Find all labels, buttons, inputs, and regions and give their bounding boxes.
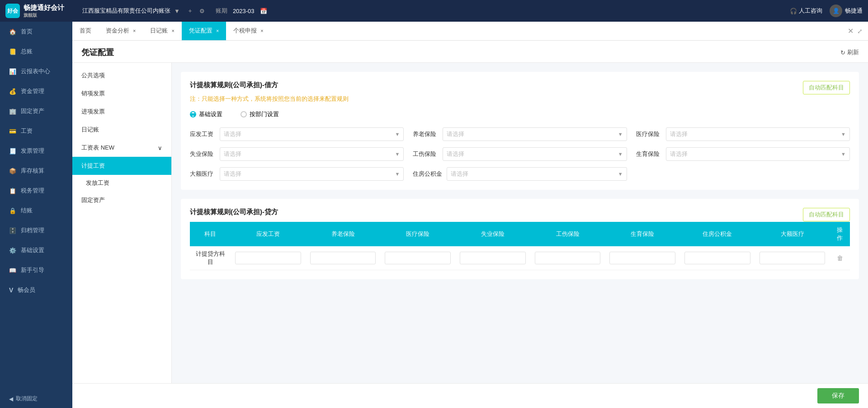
sidebar-item-ledger[interactable]: 📒 总账 <box>0 42 72 61</box>
select-salary-chevron: ▼ <box>395 131 400 137</box>
debit-auto-match-button[interactable]: 自动匹配科目 <box>803 81 850 94</box>
tab-tax-report[interactable]: 个税申报 × <box>226 22 270 40</box>
left-nav-journal[interactable]: 日记账 <box>72 121 171 139</box>
tab-maximize-icon[interactable]: ⤢ <box>857 28 863 35</box>
left-nav-purchase-label: 进项发票 <box>81 108 105 116</box>
sidebar-item-assets[interactable]: 🏢 固定资产 <box>0 101 72 121</box>
sidebar-item-home[interactable]: 🏠 首页 <box>0 22 72 42</box>
select-unemploy-placeholder: 请选择 <box>224 150 241 158</box>
header-company[interactable]: 江西服宝精品有限责任公司内账张 ▼ ＋ ⚙ 账期 2023-03 📅 <box>82 7 267 15</box>
select-housing[interactable]: 请选择 ▼ <box>447 167 627 181</box>
credit-section-title: 计提核算规则(公司承担)-贷方 <box>190 208 850 216</box>
refresh-button[interactable]: ↻ 刷新 <box>840 48 859 56</box>
label-housing: 住房公积金 <box>413 170 442 178</box>
td-housing-input[interactable] <box>680 246 755 270</box>
sidebar-item-archive[interactable]: 🗄️ 归档管理 <box>0 220 72 240</box>
save-button[interactable]: 保存 <box>817 388 859 403</box>
sidebar-item-settings[interactable]: ⚙️ 基础设置 <box>0 240 72 260</box>
avatar-icon: 👤 <box>830 5 842 17</box>
td-big-medical-input[interactable] <box>755 246 830 270</box>
form-row-work-injury: 工伤保险 请选择 ▼ <box>413 147 627 161</box>
td-medical-input[interactable] <box>380 246 455 270</box>
sidebar-item-invoice[interactable]: 🧾 发票管理 <box>0 141 72 161</box>
input-credit-medical[interactable] <box>385 252 451 264</box>
input-credit-maternity[interactable] <box>609 252 675 264</box>
th-salary: 应发工资 <box>231 222 306 246</box>
radio-basic[interactable]: 基础设置 <box>190 110 222 118</box>
select-big-medical[interactable]: 请选择 ▼ <box>220 167 404 181</box>
td-delete[interactable]: 🗑 <box>830 246 850 270</box>
sidebar-item-close[interactable]: 🔒 结账 <box>0 201 72 220</box>
dropdown-arrow[interactable]: ▼ <box>174 8 180 14</box>
input-credit-salary[interactable] <box>235 252 301 264</box>
calendar-icon[interactable]: 📅 <box>260 8 267 14</box>
period-label: 账期 <box>216 7 227 15</box>
add-icon[interactable]: ＋ <box>187 7 193 15</box>
td-salary-input[interactable] <box>231 246 306 270</box>
tab-voucher-config[interactable]: 凭证配置 × <box>182 22 226 40</box>
input-credit-housing[interactable] <box>684 252 750 264</box>
sidebar-item-salary[interactable]: 💳 工资 <box>0 121 72 141</box>
left-nav-fixed-assets[interactable]: 固定资产 <box>72 191 171 209</box>
headset-icon: 🎧 <box>790 8 797 14</box>
delete-row-icon[interactable]: 🗑 <box>837 254 843 262</box>
left-nav-accrual[interactable]: 计提工资 <box>72 157 171 175</box>
tab-bar: 首页 资金分析 × 日记账 × 凭证配置 × 个税申报 × ✕ ⤢ <box>72 22 868 41</box>
company-name: 江西服宝精品有限责任公司内账张 <box>82 7 170 15</box>
sidebar-label-vip: 畅会员 <box>18 286 35 294</box>
guide-icon: 📖 <box>9 267 16 274</box>
sidebar-item-reports[interactable]: 📊 云报表中心 <box>0 61 72 81</box>
tab-fund-close[interactable]: × <box>133 28 136 33</box>
user-avatar[interactable]: 👤 畅捷通 <box>830 5 863 17</box>
sidebar-item-funds[interactable]: 💰 资金管理 <box>0 81 72 101</box>
service-button[interactable]: 🎧 人工咨询 <box>790 7 822 15</box>
tab-voucher-close[interactable]: × <box>216 28 219 33</box>
app-subtitle: 旗舰版 <box>24 12 64 19</box>
input-credit-work-injury[interactable] <box>535 252 601 264</box>
settings-icon[interactable]: ⚙ <box>199 8 205 14</box>
input-credit-big-medical[interactable] <box>760 252 826 264</box>
sidebar-item-inventory[interactable]: 📦 库存核算 <box>0 161 72 181</box>
td-pension-input[interactable] <box>306 246 381 270</box>
select-salary[interactable]: 请选择 ▼ <box>220 127 404 141</box>
sidebar-item-guide[interactable]: 📖 新手引导 <box>0 260 72 280</box>
app-logo: 好会 畅捷通好会计 旗舰版 <box>5 4 78 19</box>
sidebar-label-settings: 基础设置 <box>21 246 44 254</box>
left-nav-payroll-group[interactable]: 工资表 NEW ∨ <box>72 139 171 157</box>
home-icon: 🏠 <box>9 28 16 35</box>
tab-tax-label: 个税申报 <box>233 27 257 35</box>
tab-fund-analysis[interactable]: 资金分析 × <box>99 22 143 40</box>
tab-tax-close[interactable]: × <box>260 28 263 33</box>
select-maternity[interactable]: 请选择 ▼ <box>666 147 850 161</box>
select-medical-chevron: ▼ <box>841 131 846 137</box>
select-medical-placeholder: 请选择 <box>670 130 688 138</box>
sidebar-label-close: 结账 <box>21 206 33 215</box>
left-nav-purchase[interactable]: 进项发票 <box>72 103 171 121</box>
cancel-fixed-button[interactable]: ◀ 取消固定 <box>0 389 72 408</box>
tab-journal-close[interactable]: × <box>171 28 174 33</box>
left-nav-public[interactable]: 公共选项 <box>72 66 171 84</box>
credit-table: 科目 应发工资 养老保险 医疗保险 失业保险 工伤保险 生育保险 住房公积金 大… <box>190 222 850 270</box>
select-work-injury[interactable]: 请选择 ▼ <box>443 147 627 161</box>
tab-journal[interactable]: 日记账 × <box>143 22 181 40</box>
credit-auto-match-button[interactable]: 自动匹配科目 <box>803 208 850 221</box>
sidebar-item-tax[interactable]: 📋 税务管理 <box>0 181 72 201</box>
radio-department[interactable]: 按部门设置 <box>241 110 279 118</box>
td-unemploy-input[interactable] <box>455 246 530 270</box>
tab-home[interactable]: 首页 <box>72 22 99 40</box>
tax-icon: 📋 <box>9 188 16 194</box>
left-nav-issue[interactable]: 发放工资 <box>72 175 171 191</box>
left-nav-sales[interactable]: 销项发票 <box>72 84 171 103</box>
th-big-medical: 大额医疗 <box>755 222 830 246</box>
td-maternity-input[interactable] <box>605 246 680 270</box>
input-credit-unemploy[interactable] <box>460 252 526 264</box>
select-medical[interactable]: 请选择 ▼ <box>666 127 850 141</box>
select-pension[interactable]: 请选择 ▼ <box>443 127 627 141</box>
settings-nav-icon: ⚙️ <box>9 247 16 254</box>
left-nav-fixed-assets-label: 固定资产 <box>81 196 105 204</box>
sidebar-item-vip[interactable]: V 畅会员 <box>0 280 72 300</box>
select-unemploy[interactable]: 请选择 ▼ <box>220 147 404 161</box>
td-work-injury-input[interactable] <box>530 246 605 270</box>
tab-close-all-icon[interactable]: ✕ <box>848 27 854 35</box>
input-credit-pension[interactable] <box>310 252 376 264</box>
